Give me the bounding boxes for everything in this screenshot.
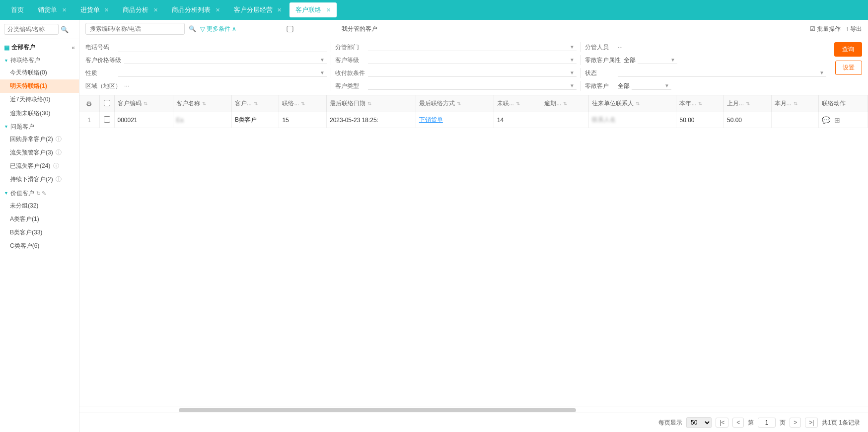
sort-notcontact-icon[interactable]: ⇅: [516, 101, 520, 106]
right-actions: ☑ 批量操作 ↑ 导出: [810, 25, 862, 33]
more-filters-btn[interactable]: ▽ 更多条件 ∧: [200, 25, 236, 33]
select-all-checkbox[interactable]: [104, 100, 110, 106]
filter-phone: 电话号码: [85, 43, 327, 52]
filter-nature-select[interactable]: ▼: [118, 69, 327, 77]
filter-manager-dots[interactable]: ···: [618, 44, 623, 51]
divider-7: [331, 81, 331, 91]
info-icon-0: ⓘ: [56, 136, 62, 143]
edit-icon[interactable]: ✎: [42, 190, 46, 197]
filter-customer-level-select[interactable]: ▼: [368, 56, 577, 64]
sidebar-item-overdue[interactable]: 逾期未联络(30): [0, 107, 79, 120]
th-last-date: 最后联络日期⇅: [326, 95, 416, 112]
filter-customer-type-select[interactable]: ▼: [368, 82, 577, 90]
nav-item-product-analysis[interactable]: 商品分析 ✕: [117, 2, 164, 17]
sidebar-item-class-a[interactable]: A类客户(1): [0, 213, 79, 226]
th-this-year: 本年...⇅: [676, 95, 724, 112]
nav-item-sales[interactable]: 销货单 ✕: [32, 2, 72, 17]
filter-row-1: 电话号码 分管部门 ▼ 分管人员: [85, 42, 826, 52]
my-customers-checkbox[interactable]: [240, 26, 340, 32]
nav-item-customer-segment[interactable]: 客户分层经营 ✕: [228, 2, 288, 17]
close-purchase-icon[interactable]: ✕: [104, 7, 109, 13]
th-last-method: 最后联络方式⇅: [416, 95, 494, 112]
nav-item-purchase[interactable]: 进货单 ✕: [74, 2, 115, 17]
export-btn[interactable]: ↑ 导出: [846, 25, 862, 33]
filter-region-dots[interactable]: ···: [124, 82, 129, 89]
main-search-icon[interactable]: 🔍: [189, 25, 196, 32]
sidebar-item-today[interactable]: 今天待联络(0): [0, 66, 79, 79]
sidebar-item-churned[interactable]: 已流失客户(24) ⓘ: [0, 159, 79, 173]
last-method-link[interactable]: 下销货单: [419, 116, 443, 123]
scrollbar-thumb[interactable]: [179, 408, 576, 412]
sort-code-icon[interactable]: ⇅: [144, 101, 147, 106]
close-product-analysis-icon[interactable]: ✕: [153, 7, 158, 13]
sidebar-search-input[interactable]: [4, 24, 59, 35]
refresh-icon[interactable]: ↻: [36, 190, 41, 197]
sort-year-icon[interactable]: ⇅: [698, 101, 702, 106]
query-button[interactable]: 查询: [834, 42, 862, 57]
retail-customer-value: 全部: [618, 82, 630, 90]
sidebar-group-value[interactable]: 价值客户 ↻ ✎: [0, 187, 79, 199]
collapse-icon[interactable]: «: [72, 44, 75, 51]
close-product-list-icon[interactable]: ✕: [216, 7, 220, 13]
sidebar-item-7days[interactable]: 近7天待联络(0): [0, 93, 79, 106]
td-seq: 1: [79, 112, 99, 128]
sort-thismonth-icon[interactable]: ⇅: [794, 101, 797, 106]
contact-action-icon[interactable]: 💬: [822, 116, 830, 124]
main-search-input[interactable]: [85, 23, 185, 35]
batch-op-btn[interactable]: ☑ 批量操作: [810, 25, 841, 33]
row-checkbox[interactable]: [104, 116, 110, 123]
sort-contact-icon[interactable]: ⇅: [301, 101, 305, 106]
sort-overdue-icon[interactable]: ⇅: [563, 101, 567, 106]
filter-retail-customer-select[interactable]: ▼: [632, 82, 671, 90]
sort-date-icon[interactable]: ⇅: [367, 101, 371, 106]
close-customer-contact-icon[interactable]: ✕: [326, 7, 331, 13]
sort-lastmonth-icon[interactable]: ⇅: [746, 101, 750, 106]
sidebar-search-icon[interactable]: 🔍: [61, 26, 69, 33]
sidebar-group-pending[interactable]: 待联络客户: [0, 54, 79, 66]
chevron-up-icon: ∧: [232, 25, 236, 32]
caret-retail-icon: ▼: [670, 57, 675, 63]
sidebar-item-unclassified[interactable]: 未分组(32): [0, 199, 79, 213]
sidebar-item-tomorrow[interactable]: 明天待联络(1): [0, 79, 79, 93]
sidebar-item-class-c[interactable]: C类客户(6): [0, 239, 79, 253]
filter-row-4: 区域（地区） ··· 客户类型 ▼ 零散客户: [85, 81, 826, 91]
close-customer-segment-icon[interactable]: ✕: [277, 7, 282, 13]
next-page-btn[interactable]: >: [790, 418, 801, 428]
close-sales-icon[interactable]: ✕: [62, 7, 67, 13]
settings-button[interactable]: 设置: [835, 61, 862, 75]
th-last-month: 上月...⇅: [724, 95, 772, 112]
scrollbar-area: [79, 407, 868, 413]
nav-item-home[interactable]: 首页: [5, 2, 30, 17]
th-gear[interactable]: ⚙: [79, 95, 99, 112]
per-page-label: 每页显示: [658, 419, 682, 427]
sort-person-icon[interactable]: ⇅: [636, 101, 640, 106]
sidebar-item-declining[interactable]: 持续下滑客户(2) ⓘ: [0, 173, 79, 186]
sort-method-icon[interactable]: ⇅: [457, 101, 461, 106]
filter-retail-attr-select[interactable]: ▼: [638, 56, 677, 64]
last-page-btn[interactable]: >|: [805, 418, 818, 428]
nav-item-customer-contact[interactable]: 客户联络 ✕: [289, 2, 337, 17]
sort-type-icon[interactable]: ⇅: [254, 101, 258, 106]
sidebar-item-churn-warning[interactable]: 流失预警客户(3) ⓘ: [0, 146, 79, 159]
page-size-select[interactable]: 50 100 200: [686, 417, 712, 428]
sidebar-group-problem[interactable]: 问题客户: [0, 120, 79, 133]
filter-dept-select[interactable]: ▼: [368, 43, 577, 51]
gear-icon[interactable]: ⚙: [86, 100, 92, 108]
more-action-icon[interactable]: ⊞: [834, 116, 840, 124]
prev-page-btn[interactable]: <: [732, 418, 744, 428]
sort-name-icon[interactable]: ⇅: [202, 101, 206, 106]
filter-status-select[interactable]: ▼: [618, 69, 826, 77]
td-contact-count: 15: [279, 112, 327, 128]
first-page-btn[interactable]: |<: [716, 418, 728, 428]
page-num-input[interactable]: [758, 418, 776, 428]
total-label: 共1页 1条记录: [822, 419, 860, 427]
info-icon-2: ⓘ: [53, 162, 59, 169]
filter-phone-input[interactable]: [118, 43, 327, 52]
filter-payment-select[interactable]: ▼: [368, 69, 577, 77]
nav-item-product-list[interactable]: 商品分析列表 ✕: [166, 2, 226, 17]
th-contact-person: 往来单位联系人⇅: [588, 95, 676, 112]
sidebar-item-class-b[interactable]: B类客户(33): [0, 226, 79, 239]
th-contact-count: 联络...⇅: [279, 95, 327, 112]
sidebar-item-repurchase-anomaly[interactable]: 回购异常客户(2) ⓘ: [0, 133, 79, 146]
filter-price-level-select[interactable]: ▼: [124, 56, 327, 64]
